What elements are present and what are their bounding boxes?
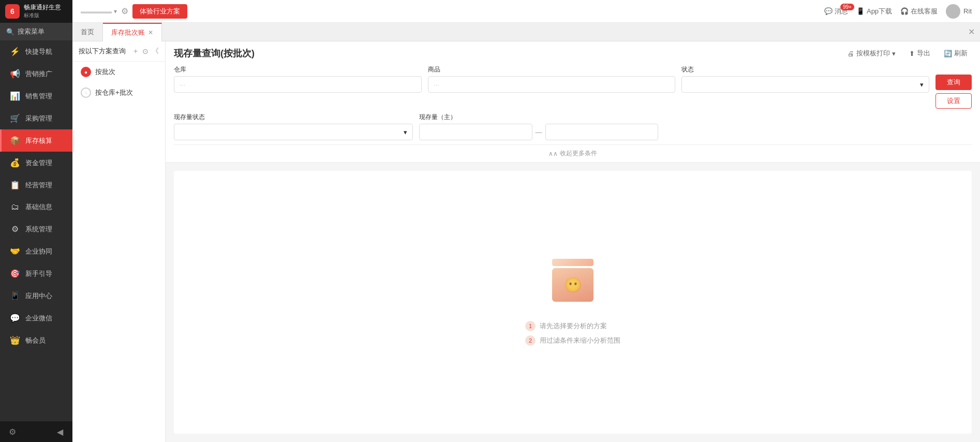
sidebar-item-quick-nav[interactable]: ⚡ 快捷导航 [0, 40, 72, 63]
online-service-button[interactable]: 🎧 在线客服 [900, 7, 938, 16]
sidebar-item-label: 畅会员 [25, 336, 46, 345]
sidebar-search[interactable]: 🔍 搜索菜单 [0, 23, 72, 40]
sidebar-item-sales[interactable]: 📊 销售管理 [0, 85, 72, 107]
collapse-sidebar-btn[interactable]: ◀ [54, 425, 66, 438]
scheme-panel-title: 按以下方案查询 [79, 47, 126, 56]
status-select[interactable]: ▾ [681, 76, 929, 93]
add-scheme-icon[interactable]: ＋ [132, 47, 139, 56]
sidebar-item-app-center[interactable]: 📱 应用中心 [0, 285, 72, 307]
sidebar-item-operations[interactable]: 📋 经营管理 [0, 174, 72, 196]
chevron-up-icon: ∧∧ [548, 150, 558, 157]
sidebar-item-label: 营销推广 [25, 69, 52, 79]
sidebar-item-basics[interactable]: 🗂 基础信息 [0, 196, 72, 218]
qty-min-input[interactable] [419, 124, 532, 140]
messages-button[interactable]: 💬 消息 99+ [824, 7, 848, 16]
search-label: 搜索菜单 [18, 27, 44, 36]
tab-batch-label: 库存批次账 [111, 28, 145, 37]
collapse-bar[interactable]: ∧∧ 收起更多条件 [174, 144, 972, 162]
breadcrumb-dropdown[interactable]: ▾ [114, 8, 117, 15]
tabs-bar: 首页 库存批次账 ✕ ✕ [72, 23, 980, 41]
print-icon: 🖨 [848, 50, 854, 57]
topbar-left: ▬▬▬▬▬ ▾ ⚙ 体验行业方案 [81, 4, 818, 19]
service-label: 在线客服 [911, 7, 938, 16]
warehouse-input[interactable]: ··· [174, 76, 422, 93]
sidebar-item-label: 应用中心 [25, 291, 52, 301]
empty-state: 😶 1 请先选择要分析的方案 2 用过滤条件来缩小分析范围 [174, 171, 972, 434]
app-download-button[interactable]: 📱 App下载 [856, 7, 892, 16]
main-content: ▬▬▬▬▬ ▾ ⚙ 体验行业方案 💬 消息 99+ 📱 App下载 🎧 在线客服 [72, 0, 980, 442]
print-button[interactable]: 🖨 按模板打印 ▾ [843, 47, 900, 60]
trial-button[interactable]: 体验行业方案 [132, 4, 187, 19]
collapse-panel-icon[interactable]: 《 [152, 47, 159, 56]
inventory-icon: 📦 [10, 136, 20, 145]
sidebar-item-label: 系统管理 [25, 225, 52, 234]
sidebar-item-label: 经营管理 [25, 181, 52, 190]
sidebar: 6 畅康通好生意 标准版 🔍 搜索菜单 ⚡ 快捷导航 📢 营销推广 📊 销售管理… [0, 0, 72, 442]
phone-icon: 📱 [856, 7, 865, 15]
qty-max-input[interactable] [545, 124, 659, 140]
refresh-button[interactable]: 🔄 刷新 [940, 47, 972, 60]
refresh-icon: 🔄 [944, 50, 952, 57]
avatar [946, 4, 960, 19]
topbar-right: 💬 消息 99+ 📱 App下载 🎧 在线客服 Rit [824, 4, 972, 19]
export-button[interactable]: ⬆ 导出 [905, 47, 934, 60]
topbar: ▬▬▬▬▬ ▾ ⚙ 体验行业方案 💬 消息 99+ 📱 App下载 🎧 在线客服 [72, 0, 980, 23]
sidebar-item-purchase[interactable]: 🛒 采购管理 [0, 107, 72, 129]
tab-close-icon[interactable]: ✕ [148, 29, 153, 36]
finance-icon: 💰 [10, 158, 20, 168]
sidebar-item-system[interactable]: ⚙ 系统管理 [0, 218, 72, 240]
tab-close-main[interactable]: ✕ [963, 23, 980, 41]
left-panel: 按以下方案查询 ＋ ⊙ 《 ● 按批次 ○ 按仓库+批次 [72, 41, 166, 442]
edition-label: 标准版 [24, 12, 61, 19]
scheme-settings-icon[interactable]: ⊙ [142, 47, 149, 55]
app-download-label: App下载 [867, 7, 892, 16]
marketing-icon: 📢 [10, 69, 20, 79]
hint-text-1: 请先选择要分析的方案 [540, 321, 607, 331]
empty-illustration: 😶 [542, 259, 604, 311]
scheme-by-batch[interactable]: ● 按批次 [72, 62, 165, 82]
sidebar-item-label: 企业协同 [25, 247, 52, 256]
tab-batch-stock[interactable]: 库存批次账 ✕ [103, 23, 162, 41]
inventory-status-select[interactable]: ▾ [174, 124, 413, 140]
scheme-by-warehouse-batch[interactable]: ○ 按仓库+批次 [72, 82, 165, 103]
sidebar-item-enterprise[interactable]: 🤝 企业协同 [0, 240, 72, 262]
system-icon: ⚙ [10, 224, 20, 234]
left-panel-actions: ＋ ⊙ 《 [132, 47, 159, 56]
enterprise-icon: 🤝 [10, 246, 20, 256]
sidebar-item-wechat[interactable]: 💬 企业微信 [0, 307, 72, 329]
breadcrumb: ▬▬▬▬▬ ▾ [81, 8, 117, 15]
qty-range-separator: — [536, 128, 542, 136]
guide-icon: 🎯 [10, 269, 20, 278]
inventory-status-dropdown-icon: ▾ [404, 128, 407, 136]
sidebar-item-guide[interactable]: 🎯 新手引导 [0, 262, 72, 285]
message-icon: 💬 [824, 7, 833, 15]
sidebar-bottom: ⚙ ◀ [0, 421, 72, 442]
print-label: 按模板打印 [856, 49, 890, 58]
sidebar-item-finance[interactable]: 💰 资金管理 [0, 152, 72, 174]
sidebar-item-label: 采购管理 [25, 114, 52, 123]
tab-home[interactable]: 首页 [72, 23, 103, 41]
user-menu[interactable]: Rit [946, 4, 972, 19]
user-name: Rit [963, 7, 972, 15]
sidebar-item-label: 资金管理 [25, 158, 52, 168]
settings-bottom-btn[interactable]: ⚙ [6, 425, 19, 438]
sidebar-item-marketing[interactable]: 📢 营销推广 [0, 63, 72, 85]
print-dropdown-icon[interactable]: ▾ [892, 50, 896, 57]
scheme-by-warehouse-batch-label: 按仓库+批次 [95, 88, 133, 97]
sidebar-item-inventory[interactable]: 📦 库存核算 [0, 129, 72, 152]
sidebar-item-member[interactable]: 👑 畅会员 [0, 329, 72, 351]
product-label: 商品 [428, 65, 676, 74]
purchase-icon: 🛒 [10, 113, 20, 123]
settings-icon[interactable]: ⚙ [121, 6, 128, 16]
export-label: 导出 [917, 49, 930, 58]
sales-icon: 📊 [10, 91, 20, 101]
search-icon: 🔍 [6, 28, 14, 36]
page-content: 按以下方案查询 ＋ ⊙ 《 ● 按批次 ○ 按仓库+批次 现存量查询( [72, 41, 980, 442]
sidebar-item-label: 库存核算 [25, 136, 52, 145]
query-button[interactable]: 查询 [936, 75, 972, 90]
product-input[interactable]: ··· [428, 76, 676, 93]
settings-button[interactable]: 设置 [936, 93, 972, 109]
messages-badge: 99+ [840, 4, 854, 10]
scheme-by-batch-label: 按批次 [95, 67, 115, 77]
sidebar-brand-info: 畅康通好生意 标准版 [24, 4, 61, 19]
